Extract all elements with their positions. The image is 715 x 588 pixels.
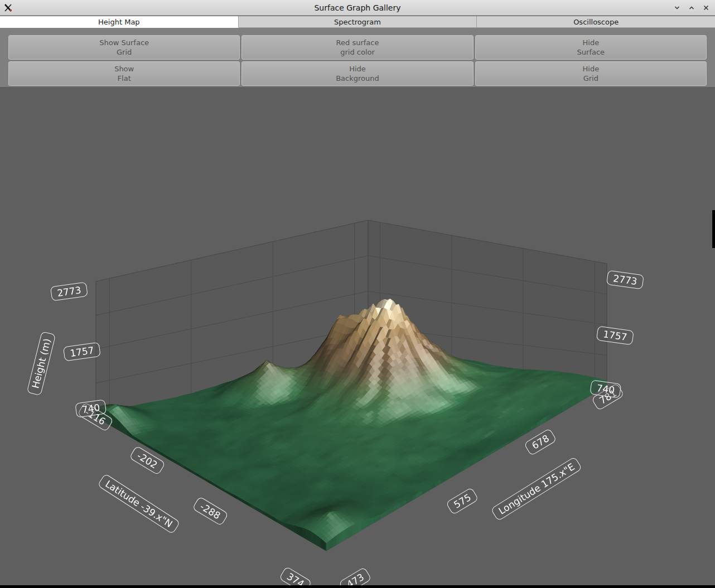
screen-edge-bottom <box>0 585 715 588</box>
button-label: Hide <box>583 38 600 47</box>
button-label: grid color <box>340 47 375 57</box>
tab-spectrogram[interactable]: Spectrogram <box>239 16 477 28</box>
control-panel: Show Surface Grid Red surface grid color… <box>0 28 715 87</box>
tab-bar: Height Map Spectrogram Oscilloscope <box>0 16 715 28</box>
button-label: Grid <box>117 47 132 57</box>
window-close-button[interactable] <box>701 3 711 13</box>
chevron-down-icon <box>673 4 681 12</box>
hide-grid-button[interactable]: Hide Grid <box>475 61 707 86</box>
button-label: Show Surface <box>99 38 149 47</box>
surface-3d-canvas[interactable] <box>0 87 715 588</box>
close-icon <box>702 4 710 12</box>
button-label: Grid <box>583 74 598 83</box>
button-label: Hide <box>583 64 600 74</box>
hide-surface-button[interactable]: Hide Surface <box>475 35 707 60</box>
red-surface-grid-color-button[interactable]: Red surface grid color <box>241 35 473 60</box>
show-flat-button[interactable]: Show Flat <box>8 61 240 86</box>
button-label: Show <box>114 64 134 74</box>
window-title: Surface Graph Gallery <box>0 0 715 16</box>
chevron-up-icon <box>688 4 695 12</box>
screen-edge-notch <box>712 210 715 248</box>
surface-plot-area: -116-202-288374Latitude -39.x"N781678575… <box>0 87 715 588</box>
button-label: Surface <box>577 47 605 57</box>
hide-background-button[interactable]: Hide Background <box>241 61 473 86</box>
show-surface-grid-button[interactable]: Show Surface Grid <box>8 35 240 60</box>
window-shade-button[interactable] <box>672 3 682 13</box>
window-controls <box>672 0 711 16</box>
button-label: Flat <box>118 74 131 83</box>
button-label: Hide <box>349 64 366 74</box>
tab-oscilloscope[interactable]: Oscilloscope <box>477 16 715 28</box>
button-label: Background <box>336 74 379 83</box>
tab-height-map[interactable]: Height Map <box>0 16 239 28</box>
button-label: Red surface <box>336 38 379 47</box>
app-window: Surface Graph Gallery Height Map Spectro… <box>0 0 715 588</box>
window-maximize-button[interactable] <box>687 3 696 13</box>
titlebar: Surface Graph Gallery <box>0 0 715 16</box>
